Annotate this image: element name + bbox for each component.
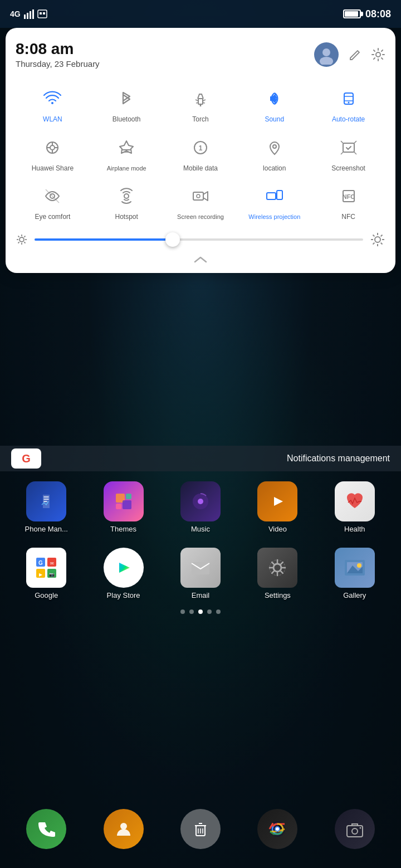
toggle-sound[interactable]: Sound (237, 80, 311, 129)
video-label: Video (268, 525, 287, 533)
toggle-nfc[interactable]: NFC NFC (311, 177, 385, 226)
music-icon (180, 481, 221, 521)
svg-line-49 (24, 236, 25, 237)
toggle-huawei-share[interactable]: Huawei Share (16, 129, 90, 178)
svg-line-14 (196, 103, 199, 103)
page-dot-5 (216, 609, 221, 614)
clock: 08:08 (365, 8, 391, 20)
svg-point-34 (124, 194, 129, 198)
video-icon (257, 481, 297, 521)
user-avatar[interactable] (314, 42, 339, 67)
svg-line-57 (381, 242, 383, 244)
dock-camera[interactable] (316, 804, 393, 857)
settings-icon[interactable] (371, 47, 385, 62)
page-dot-4 (207, 609, 212, 614)
toggle-location[interactable]: location (237, 129, 311, 178)
email-icon (180, 548, 221, 588)
svg-point-26 (273, 145, 276, 148)
notifications-management-label[interactable]: Notifications management (287, 453, 390, 464)
mobile-data-icon: 1 (187, 134, 214, 161)
svg-point-8 (320, 57, 333, 65)
signal-bars-icon (24, 9, 34, 19)
google-label: Google (35, 591, 58, 599)
health-icon (335, 481, 375, 521)
toggle-screen-recording[interactable]: Screen recording (164, 177, 238, 226)
svg-text:✉: ✉ (50, 561, 54, 566)
svg-point-17 (348, 102, 349, 104)
svg-rect-39 (277, 191, 282, 199)
brightness-slider[interactable] (35, 238, 363, 241)
auto-rotate-icon (335, 85, 362, 112)
toggle-torch[interactable]: Torch (164, 80, 238, 129)
svg-line-31 (354, 152, 356, 154)
toggle-airplane-mode[interactable]: Airplane mode (90, 129, 164, 178)
signal-4g: 4G (10, 9, 21, 18)
app-themes[interactable]: Themes (85, 477, 162, 538)
google-search-bar: G (11, 448, 41, 469)
sound-icon (261, 85, 288, 112)
app-music[interactable]: Music (162, 477, 239, 538)
huawei-share-icon (39, 134, 66, 161)
auto-rotate-label: Auto-rotate (332, 115, 365, 124)
torch-icon (187, 85, 214, 112)
svg-point-85 (357, 563, 361, 568)
dock-phone[interactable] (8, 804, 85, 857)
toggle-hotspot[interactable]: Hotspot (90, 177, 164, 226)
svg-line-48 (24, 242, 25, 243)
qs-collapse-button[interactable] (16, 255, 385, 264)
app-row-2: G ✉ ▶ 📷 Google (8, 543, 393, 604)
svg-rect-38 (267, 193, 276, 199)
nfc-icon: NFC (335, 183, 362, 209)
app-phone-manager[interactable]: Phone Man... (8, 477, 85, 538)
svg-line-50 (18, 242, 19, 243)
toggle-wlan[interactable]: WLAN (16, 80, 90, 129)
app-gallery[interactable]: Gallery (316, 543, 393, 604)
settings-label: Settings (265, 591, 291, 599)
toggle-wireless-projection[interactable]: Wireless projection (237, 177, 311, 226)
toggle-mobile-data[interactable]: 1 Mobile data (164, 129, 238, 178)
svg-rect-1 (27, 13, 28, 19)
toggle-bluetooth[interactable]: Bluetooth (90, 80, 164, 129)
app-google[interactable]: G ✉ ▶ 📷 Google (8, 543, 85, 604)
themes-label: Themes (110, 525, 136, 533)
bluetooth-icon (113, 85, 140, 112)
svg-rect-6 (43, 12, 45, 14)
eye-comfort-icon (39, 183, 66, 209)
app-play-store[interactable]: Play Store (85, 543, 162, 604)
dock-chrome[interactable] (239, 804, 316, 857)
app-settings[interactable]: Settings (239, 543, 316, 604)
screen-recording-label: Screen recording (177, 213, 224, 221)
app-email[interactable]: Email (162, 543, 239, 604)
dock-row (8, 804, 393, 857)
app-video[interactable]: Video (239, 477, 316, 538)
sim-icon (37, 9, 48, 19)
page-dot-2 (189, 609, 194, 614)
svg-line-28 (341, 141, 343, 143)
app-health[interactable]: Health (316, 477, 393, 538)
svg-point-65 (198, 499, 203, 504)
svg-line-30 (341, 152, 343, 154)
toggle-eye-comfort[interactable]: Eye comfort (16, 177, 90, 226)
nfc-label: NFC (341, 213, 355, 222)
toggle-auto-rotate[interactable]: Auto-rotate (311, 80, 385, 129)
svg-point-42 (19, 237, 24, 242)
dock-contacts[interactable] (85, 804, 162, 857)
health-label: Health (344, 525, 365, 533)
quick-settings-panel: 8:08 am Thursday, 23 February (6, 28, 395, 273)
airplane-mode-label: Airplane mode (107, 164, 146, 172)
page-dot-3 (198, 609, 203, 614)
toggle-screenshot[interactable]: Screenshot (311, 129, 385, 178)
email-label: Email (192, 591, 210, 599)
music-label: Music (191, 525, 210, 533)
themes-icon (104, 481, 144, 521)
svg-marker-66 (274, 497, 283, 506)
dock-delete[interactable] (162, 804, 239, 857)
notif-strip: G Notifications management (0, 446, 401, 471)
svg-line-58 (381, 235, 383, 236)
qs-time: 8:08 am (16, 40, 100, 58)
contacts-icon (104, 809, 144, 849)
svg-line-47 (18, 236, 19, 237)
phone-manager-icon (26, 481, 66, 521)
edit-icon[interactable] (349, 48, 361, 61)
screen-recording-icon (187, 183, 214, 209)
